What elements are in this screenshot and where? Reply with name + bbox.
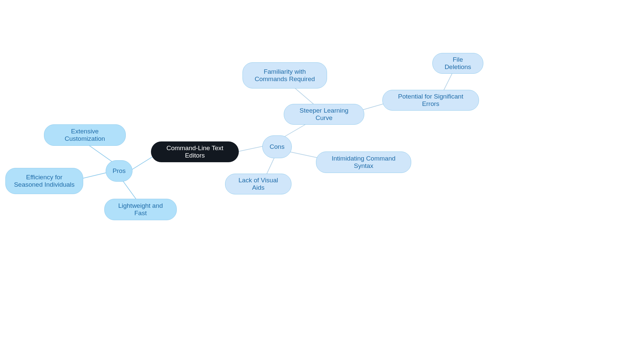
cons-visual-label: Lack of Visual Aids <box>232 177 284 191</box>
cons-label: Cons <box>270 143 284 150</box>
cons-learning-node[interactable]: Steeper Learning Curve <box>284 104 364 125</box>
edge-root-cons <box>238 146 263 152</box>
cons-familiarity-label: Familiarity with Commands Required <box>250 68 320 83</box>
mindmap-canvas: Command-Line Text Editors Pros Extensive… <box>0 0 644 363</box>
root-node[interactable]: Command-Line Text Editors <box>151 141 239 162</box>
edges-layer <box>0 0 644 363</box>
cons-errors-node[interactable]: Potential for Significant Errors <box>382 90 479 111</box>
cons-deletions-node[interactable]: File Deletions <box>432 53 483 74</box>
pros-efficiency-node[interactable]: Efficiency for Seasoned Individuals <box>5 168 83 194</box>
root-label: Command-Line Text Editors <box>158 144 232 159</box>
pros-lightweight-label: Lightweight and Fast <box>111 202 170 217</box>
pros-lightweight-node[interactable]: Lightweight and Fast <box>104 199 177 220</box>
cons-learning-label: Steeper Learning Curve <box>291 107 357 122</box>
edge-learning-familiarity <box>292 85 315 106</box>
pros-node[interactable]: Pros <box>106 160 132 182</box>
pros-customization-label: Extensive Customization <box>51 128 119 142</box>
cons-visual-node[interactable]: Lack of Visual Aids <box>225 174 291 194</box>
pros-efficiency-label: Efficiency for Seasoned Individuals <box>12 174 76 188</box>
pros-label: Pros <box>112 167 125 175</box>
edge-pros-lightweight <box>122 180 138 201</box>
edge-errors-deletions <box>443 72 453 92</box>
cons-node[interactable]: Cons <box>262 135 292 158</box>
cons-syntax-node[interactable]: Intimidating Command Syntax <box>316 152 411 173</box>
cons-familiarity-node[interactable]: Familiarity with Commands Required <box>243 62 327 88</box>
pros-customization-node[interactable]: Extensive Customization <box>44 124 126 146</box>
cons-syntax-label: Intimidating Command Syntax <box>323 155 404 170</box>
cons-deletions-label: File Deletions <box>439 56 476 71</box>
cons-errors-label: Potential for Significant Errors <box>389 93 472 108</box>
